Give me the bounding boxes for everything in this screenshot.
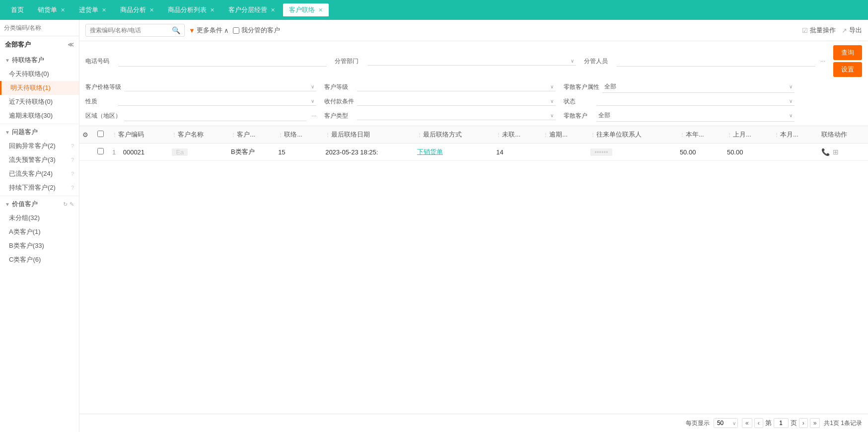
pagination: 每页显示 50 100 200 ∨ « ‹ 第 页 › » [79,414,868,432]
sidebar-item-ungrouped[interactable]: 未分组(32) [0,211,79,225]
help-icon-1[interactable]: ? [71,157,74,163]
row-action-cell: 📞 ⊞ [818,144,868,161]
filter-row-3: 性质 ∨ 收付款条件 ∨ 状态 [85,97,862,106]
table-row: 1 000021 Ea B类客户 15 [79,144,868,161]
export-btn[interactable]: ↗ 导出 [842,26,862,35]
nav-item-5[interactable]: 客户联络 ✕ [283,3,329,16]
toolbar-right: ☑ 批量操作 ↗ 导出 [802,26,862,35]
filter-dots-0[interactable]: ··· [820,58,825,65]
sidebar-search-bar: 🔍 [0,20,79,36]
all-customers-section[interactable]: 全部客户 ≪ [0,36,79,53]
page-info: 第 页 [765,418,797,428]
first-page-btn[interactable]: « [742,418,752,428]
filter-level-select[interactable]: ∨ [357,82,555,91]
sidebar-item-churned[interactable]: 已流失客户(24) ? [0,167,79,181]
sidebar-search-input[interactable] [4,24,78,31]
filter-price-level-select[interactable]: ∨ [124,82,316,91]
sidebar-item-declining[interactable]: 持续下滑客户(2) ? [0,181,79,195]
nav-item-1[interactable]: 进货单 ✕ [73,3,112,16]
row-last-method[interactable]: 下销货单 [417,148,443,155]
chevron-down-icon-level: ∨ [550,84,554,89]
help-icon-2[interactable]: ? [71,171,74,177]
setting-btn[interactable]: 设置 [833,62,862,77]
sidebar-item-overdue[interactable]: 逾期未联络(30) [0,109,79,123]
batch-btn[interactable]: ☑ 批量操作 [802,26,836,35]
page-input[interactable] [774,418,789,428]
page-size-select[interactable]: 50 100 200 [714,418,738,428]
filter-retail-attr-label: 零散客户属性 [564,83,599,91]
arrow-icon-2: ▼ [5,202,10,207]
all-customers-label: 全部客户 [5,40,31,49]
sidebar-item-churn-warning[interactable]: 流失预警客户(3) ? [0,153,79,167]
close-icon-1[interactable]: ✕ [102,7,106,13]
row-name: Ea [172,148,188,156]
row-type-cell: B类客户 [228,144,275,161]
filter-payment-select[interactable]: ∨ [357,97,555,106]
grid-action-icon[interactable]: ⊞ [833,148,839,156]
sidebar-item-today[interactable]: 今天待联络(0) [0,67,79,81]
select-all-checkbox[interactable] [97,131,104,137]
next-page-btn[interactable]: › [799,418,808,428]
nav-item-2[interactable]: 商品分析 ✕ [114,3,160,16]
sidebar-item-tomorrow[interactable]: 明天待联络(1) [0,81,79,95]
filter-manager-input[interactable] [617,56,815,67]
filter-phone: 电话号码 [85,56,327,67]
search-input[interactable] [90,27,170,34]
filter-btn[interactable]: ▼ 更多条件 ∧ [189,26,229,35]
edit-icon[interactable]: ✎ [70,201,74,208]
query-btn[interactable]: 查询 [833,45,862,60]
nav-home[interactable]: 首页 [5,3,30,16]
row-checkbox-0[interactable] [97,148,104,154]
search-icon[interactable]: 🔍 [172,26,180,34]
phone-action-icon[interactable]: 📞 [821,148,830,156]
help-icon-0[interactable]: ? [71,143,74,149]
col-name: ⋮客户名称 [169,126,228,144]
filter-retail-customer-label: 零散客户 [564,112,593,120]
per-page-label: 每页显示 [686,419,710,428]
my-customer-checkbox-label[interactable]: 我分管的客户 [233,26,280,35]
refresh-icon[interactable]: ↻ [63,201,68,208]
sidebar-item-7days[interactable]: 近7天待联络(0) [0,95,79,109]
close-icon-3[interactable]: ✕ [210,7,215,13]
row-contact-count: 15 [278,148,285,156]
filter-nature-select[interactable]: ∨ [118,97,316,106]
close-icon-5[interactable]: ✕ [318,7,323,13]
filter-dots-1[interactable]: ··· [311,112,316,119]
close-icon-0[interactable]: ✕ [61,7,65,13]
search-bar: 🔍 [85,24,185,37]
sidebar-item-b-class[interactable]: B类客户(33) [0,239,79,253]
filter-phone-input[interactable] [118,56,327,67]
filter-retail-customer-select[interactable]: 全部 ∨ [596,110,795,122]
settings-icon[interactable]: ⚙ [82,131,88,139]
my-customer-checkbox[interactable] [233,27,239,34]
last-page-btn[interactable]: » [810,418,820,428]
sidebar-item-a-class[interactable]: A类客户(1) [0,225,79,239]
filter-status-select[interactable]: ∨ [596,97,795,106]
arrow-icon-1: ▼ [5,130,10,135]
nav-item-0[interactable]: 销货单 ✕ [32,3,71,16]
filter-region: 区域（地区） ··· [85,111,316,121]
close-icon-4[interactable]: ✕ [271,7,275,13]
help-icon-3[interactable]: ? [71,185,74,191]
row-last-date-cell: 2023-05-23 18:25: [322,144,414,161]
group-problem-customer[interactable]: ▼ 问题客户 [0,125,79,139]
filter-dept-select[interactable]: ∨ [367,57,576,66]
group-pending-contact[interactable]: ▼ 待联络客户 [0,53,79,67]
nav-item-4[interactable]: 客户分层经营 ✕ [222,3,281,16]
close-icon-2[interactable]: ✕ [149,7,154,13]
filter-price-level: 客户价格等级 ∨ [85,82,316,91]
sidebar-item-c-class[interactable]: C类客户(6) [0,253,79,267]
col-settings[interactable]: ⚙ [79,126,94,144]
filter-retail-attr-select[interactable]: 全部 ∨ [602,81,795,93]
collapse-icon[interactable]: ≪ [68,41,74,48]
row-contact-person-cell: •••••• [587,144,677,161]
sidebar-item-repurchase[interactable]: 回购异常客户(2) ? [0,139,79,153]
group-value-customer[interactable]: ▼ 价值客户 ↻ ✎ [0,197,79,211]
col-contact-person: ⋮往来单位联系人 [587,126,677,144]
nav-item-3[interactable]: 商品分析列表 ✕ [162,3,220,16]
prev-page-btn[interactable]: ‹ [754,418,763,428]
filter-region-input[interactable] [124,111,306,121]
filter-nature-label: 性质 [85,97,115,106]
row-this-year-cell: 50.00 [677,144,724,161]
filter-customer-type-select[interactable]: ∨ [357,111,555,120]
